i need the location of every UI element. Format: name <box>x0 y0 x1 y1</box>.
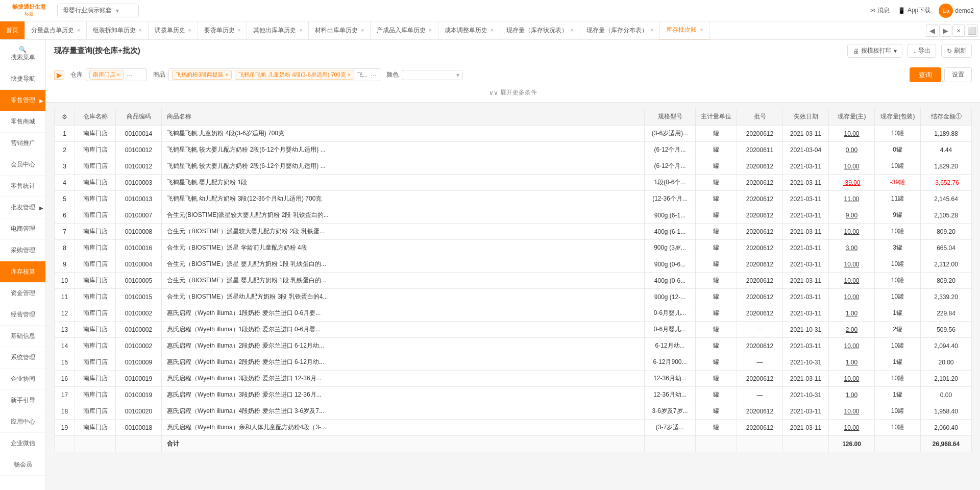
tab-want-history[interactable]: 要货单历史 × <box>198 21 248 40</box>
product-tag-1-close-icon[interactable]: × <box>225 72 228 78</box>
tab-stock-status[interactable]: 现存量（库存状况表） × <box>500 21 580 40</box>
cell-stock-main[interactable]: 10.00 <box>829 256 875 273</box>
cell-stock-main[interactable]: 10.00 <box>829 273 875 289</box>
refresh-button[interactable]: ↻ 刷新 <box>941 44 972 58</box>
cell-warehouse: 南库门店 <box>75 305 116 322</box>
tab-other-out[interactable]: 其他出库单历史 × <box>247 21 309 40</box>
sidebar-item-ecommerce[interactable]: 电商管理 <box>0 218 45 240</box>
cell-stock-pkg: 10罐 <box>875 224 921 240</box>
close-icon[interactable]: × <box>651 28 654 33</box>
close-icon[interactable]: × <box>700 27 703 33</box>
close-icon[interactable]: × <box>139 28 142 33</box>
close-icon[interactable]: × <box>238 28 241 33</box>
main-layout: 🔍 搜索菜单 快捷导航 零售管理 ▶ 零售商城 营销推广 会员中心 零售统计 批… <box>0 40 980 490</box>
sidebar-item-member[interactable]: 会员中心 <box>0 154 45 176</box>
product-more-icon[interactable]: ··· <box>371 71 377 79</box>
table-row: 14 南库门店 00100002 惠氏启程（Wyeth illuma）2段奶粉 … <box>55 338 972 354</box>
product-tag-2[interactable]: 飞鹤星飞帆 儿童奶粉 4段(3-6岁适用) 700克 × <box>235 70 354 80</box>
close-icon[interactable]: × <box>571 28 574 33</box>
sidebar-item-shop[interactable]: 零售商城 <box>0 111 45 133</box>
close-icon[interactable]: × <box>299 28 302 33</box>
tab-stock-dist[interactable]: 现存量（库存分布表） × <box>580 21 660 40</box>
query-button[interactable]: 查询 <box>910 67 941 82</box>
col-header-stock-pkg: 现存量(包装) <box>875 108 921 126</box>
tab-maximize-button[interactable]: ⬜ <box>966 24 978 37</box>
expand-more-button[interactable]: ∨∨ 展开更多条件 <box>489 88 537 97</box>
sidebar-item-wechat[interactable]: 企业微信 <box>0 433 45 454</box>
tab-material-out[interactable]: 材料出库单历史 × <box>309 21 371 40</box>
sidebar-item-changhui[interactable]: 畅会员 <box>0 454 45 476</box>
sidebar-item-marketing[interactable]: 营销推广 <box>0 133 45 154</box>
tab-prev-button[interactable]: ◀ <box>926 24 938 37</box>
sidebar-item-inventory[interactable]: 库存核算 <box>0 261 45 283</box>
tab-home[interactable]: 首页 <box>0 21 25 40</box>
cell-stock-main[interactable]: 10.00 <box>829 420 875 436</box>
sidebar-item-operations[interactable]: 经营管理 <box>0 304 45 326</box>
user-menu[interactable]: Ea demo2 <box>939 4 974 18</box>
cell-stock-main[interactable]: 10.00 <box>829 158 875 175</box>
chevron-down-icon: ▾ <box>456 71 459 79</box>
sidebar-item-guide[interactable]: 新手引导 <box>0 390 45 411</box>
cell-batch: 20200612 <box>737 175 783 191</box>
close-icon[interactable]: × <box>77 28 80 33</box>
tab-disassemble-history[interactable]: 组装拆卸单历史 × <box>87 21 149 40</box>
cell-stock-main[interactable]: 10.00 <box>829 403 875 420</box>
cell-stock-main[interactable]: -39.00 <box>829 175 875 191</box>
export-button[interactable]: ↓ 导出 <box>908 44 936 58</box>
cell-stock-main[interactable]: 1.00 <box>829 354 875 371</box>
cell-stock-main[interactable]: 10.00 <box>829 289 875 305</box>
cell-stock-main[interactable]: 2.00 <box>829 322 875 338</box>
sidebar-item-finance[interactable]: 资金管理 <box>0 283 45 304</box>
cell-stock-main[interactable]: 0.00 <box>829 142 875 158</box>
product-tag-1[interactable]: 飞鹤奶粉3段两提装 × <box>172 70 232 80</box>
account-selector[interactable]: 母婴行业演示账套 ▾ <box>57 4 139 17</box>
tab-mix-history[interactable]: 调拨单历史 × <box>149 21 198 40</box>
color-filter-input[interactable]: ▾ <box>402 70 463 80</box>
sidebar-item-apps[interactable]: 应用中心 <box>0 411 45 433</box>
cell-stock-main[interactable]: 10.00 <box>829 224 875 240</box>
sidebar-item-retail[interactable]: 零售管理 ▶ <box>0 90 45 111</box>
warehouse-tag-close-icon[interactable]: × <box>117 72 120 78</box>
cell-stock-main[interactable]: 9.00 <box>829 207 875 224</box>
cell-stock-main[interactable]: 1.00 <box>829 387 875 403</box>
col-header-settings[interactable]: ⚙ <box>55 108 75 126</box>
cell-stock-main[interactable]: 10.00 <box>829 126 875 142</box>
close-icon[interactable]: × <box>188 28 191 33</box>
warehouse-more-icon[interactable]: ··· <box>127 71 133 79</box>
tab-batch-ledger[interactable]: 库存批次账 × <box>660 21 709 40</box>
sidebar-item-enterprise[interactable]: 企业协同 <box>0 369 45 390</box>
close-icon[interactable]: × <box>491 28 494 33</box>
sidebar-item-wholesale[interactable]: 批发管理 ▶ <box>0 197 45 218</box>
cell-stock-main[interactable]: 10.00 <box>829 371 875 387</box>
tab-split-history[interactable]: 分量盘点单历史 × <box>25 21 87 40</box>
cell-stock-main[interactable]: 10.00 <box>829 338 875 354</box>
tab-close-button[interactable]: × <box>952 24 965 37</box>
sidebar-item-stats[interactable]: 零售统计 <box>0 176 45 197</box>
cell-balance: 2,105.28 <box>921 207 972 224</box>
sidebar-item-system[interactable]: 系统管理 <box>0 347 45 369</box>
product-tag-2-close-icon[interactable]: × <box>348 72 351 78</box>
app-download-button[interactable]: 📱 App下载 <box>898 6 930 15</box>
sidebar-item-search[interactable]: 🔍 搜索菜单 <box>0 40 45 68</box>
product-tag-group[interactable]: 飞鹤奶粉3段两提装 × 飞鹤星飞帆 儿童奶粉 4段(3-6岁适用) 700克 ×… <box>168 68 380 81</box>
app-label: App下载 <box>908 6 930 15</box>
sidebar-item-purchase[interactable]: 采购管理 <box>0 240 45 261</box>
cell-stock-main[interactable]: 3.00 <box>829 240 875 256</box>
close-icon[interactable]: × <box>361 28 364 33</box>
warehouse-tag-label: 南库门店 <box>93 71 115 79</box>
cell-stock-main[interactable]: 1.00 <box>829 305 875 322</box>
cell-stock-main[interactable]: 11.00 <box>829 191 875 207</box>
message-button[interactable]: ✉ 消息 <box>870 6 890 15</box>
table-row: 8 南库门店 00100016 合生元（BIOSTIME）派星 学龄前儿童配方奶… <box>55 240 972 256</box>
sidebar-item-quicknav[interactable]: 快捷导航 <box>0 68 45 90</box>
tab-product-in[interactable]: 产成品入库单历史 × <box>371 21 438 40</box>
warehouse-tag[interactable]: 南库门店 × <box>89 70 124 80</box>
settings-button[interactable]: 设置 <box>944 67 972 82</box>
warehouse-tag-group[interactable]: 南库门店 × ··· <box>86 68 147 81</box>
sidebar-item-basic[interactable]: 基础信息 <box>0 326 45 347</box>
print-button[interactable]: 🖨 按模板打印 ▾ <box>847 44 902 58</box>
tab-next-button[interactable]: ▶ <box>939 24 951 37</box>
filter-toggle-button[interactable]: ▶ <box>54 70 64 80</box>
tab-cost-adjust[interactable]: 成本调整单历史 × <box>438 21 500 40</box>
close-icon[interactable]: × <box>429 28 432 33</box>
